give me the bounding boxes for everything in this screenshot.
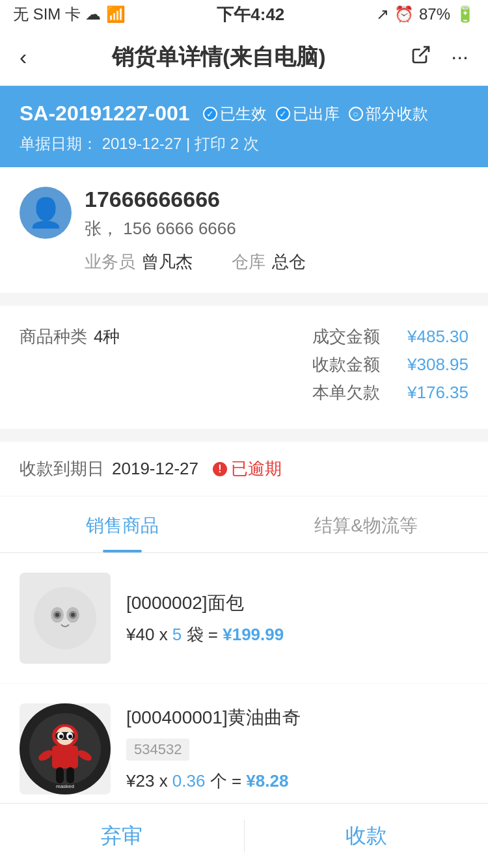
cancel-button[interactable]: 弃审 — [0, 809, 244, 863]
svg-point-7 — [71, 613, 75, 617]
due-date-section: 收款到期日 2019-12-27 ! 已逾期 — [0, 442, 488, 496]
svg-line-0 — [420, 47, 429, 57]
product-image-svg-2: masked — [20, 703, 111, 794]
confirm-button[interactable]: 收款 — [245, 809, 489, 863]
svg-point-16 — [59, 735, 63, 739]
customer-phone: 张， 156 6666 6666 — [85, 217, 468, 240]
product-sku-2: 534532 — [126, 739, 189, 761]
share-icon[interactable] — [411, 44, 431, 70]
customer-info: 17666666666 张， 156 6666 6666 业务员 曾凡杰 仓库 … — [85, 187, 468, 273]
page-title: 销货单详情(来自电脑) — [112, 42, 326, 72]
summary-left: 商品种类 4种 — [20, 325, 120, 348]
tab-settlement-logistics[interactable]: 结算&物流等 — [244, 496, 488, 552]
avatar: 👤 — [20, 187, 72, 239]
nav-actions: ··· — [411, 44, 468, 70]
tab-sales-products[interactable]: 销售商品 — [0, 496, 244, 552]
status-shipped: ✓ 已出库 — [276, 103, 340, 124]
nav-bar: ‹ 销货单详情(来自电脑) ··· — [0, 29, 488, 86]
summary-right: 成交金额 ¥485.30 收款金额 ¥308.95 本单欠款 ¥176.35 — [312, 325, 468, 409]
tabs-section: 销售商品 结算&物流等 — [0, 496, 488, 553]
alarm-icon: ⏰ — [394, 5, 414, 23]
svg-point-6 — [55, 613, 59, 617]
deal-amount-row: 成交金额 ¥485.30 — [312, 325, 468, 348]
avatar-icon: 👤 — [28, 196, 64, 230]
order-header-top: SA-20191227-001 ✓ 已生效 ✓ 已出库 ○ 部分收款 — [20, 102, 468, 126]
product-price-1: ¥40 x 5 袋 = ¥199.99 — [126, 623, 468, 646]
battery-icon: 🔋 — [455, 5, 475, 23]
products-section: [0000002]面包 ¥40 x 5 袋 = ¥199.99 — [0, 553, 488, 815]
svg-point-17 — [68, 735, 72, 739]
check-icon-2: ✓ — [276, 107, 290, 121]
summary-section: 商品种类 4种 成交金额 ¥485.30 收款金额 ¥308.95 本单欠款 ¥… — [0, 306, 488, 429]
status-bar-time: 下午4:42 — [217, 3, 284, 26]
product-image-1 — [20, 573, 111, 664]
status-badges: ✓ 已生效 ✓ 已出库 ○ 部分收款 — [203, 103, 428, 124]
status-bar-right: ↗ ⏰ 87% 🔋 — [376, 5, 475, 23]
warehouse-info: 仓库 总仓 — [232, 251, 306, 273]
product-name-1: [0000002]面包 — [126, 591, 468, 616]
back-button[interactable]: ‹ — [20, 44, 27, 70]
product-name-2: [000400001]黄油曲奇 — [126, 705, 468, 730]
status-partial: ○ 部分收款 — [349, 103, 428, 124]
more-icon[interactable]: ··· — [451, 45, 468, 69]
battery-status: 87% — [419, 5, 450, 23]
received-row: 收款金额 ¥308.95 — [312, 353, 468, 376]
product-details-2: [000400001]黄油曲奇 534532 ¥23 x 0.36 个 = ¥8… — [126, 705, 468, 793]
wifi-icon: 📶 — [106, 5, 126, 23]
status-bar-left: 无 SIM 卡 ☁ 📶 — [13, 4, 126, 25]
svg-rect-21 — [66, 767, 74, 783]
check-icon: ✓ — [203, 107, 217, 121]
product-image-2: masked — [20, 703, 111, 794]
overdue-icon: ! — [213, 462, 227, 476]
status-active: ✓ 已生效 — [203, 103, 267, 124]
svg-text:masked: masked — [56, 783, 74, 789]
customer-meta: 业务员 曾凡杰 仓库 总仓 — [85, 251, 468, 273]
customer-section: 👤 17666666666 张， 156 6666 6666 业务员 曾凡杰 仓… — [0, 167, 488, 293]
salesperson-info: 业务员 曾凡杰 — [85, 251, 193, 273]
status-bar: 无 SIM 卡 ☁ 📶 下午4:42 ↗ ⏰ 87% 🔋 — [0, 0, 488, 29]
svg-point-1 — [34, 587, 96, 649]
location-icon: ↗ — [376, 5, 389, 23]
product-item: [0000002]面包 ¥40 x 5 袋 = ¥199.99 — [0, 553, 488, 684]
product-price-2: ¥23 x 0.36 个 = ¥8.28 — [126, 770, 468, 793]
order-date: 单据日期： 2019-12-27 | 打印 2 次 — [20, 133, 468, 154]
clock-icon: ○ — [349, 107, 363, 121]
svg-rect-20 — [56, 767, 64, 783]
sim-status: 无 SIM 卡 ☁ — [13, 4, 101, 25]
order-header: SA-20191227-001 ✓ 已生效 ✓ 已出库 ○ 部分收款 单据日期：… — [0, 86, 488, 167]
footer: 弃审 收款 — [0, 803, 488, 868]
product-item-2: masked [000400001]黄油曲奇 534532 ¥23 x 0.36… — [0, 684, 488, 815]
product-placeholder-1 — [20, 573, 111, 664]
overdue-badge: ! 已逾期 — [213, 457, 282, 480]
customer-id: 17666666666 — [85, 187, 468, 212]
order-number: SA-20191227-001 — [20, 102, 190, 126]
debt-row: 本单欠款 ¥176.35 — [312, 381, 468, 404]
product-details-1: [0000002]面包 ¥40 x 5 袋 = ¥199.99 — [126, 591, 468, 646]
svg-rect-11 — [52, 746, 78, 768]
